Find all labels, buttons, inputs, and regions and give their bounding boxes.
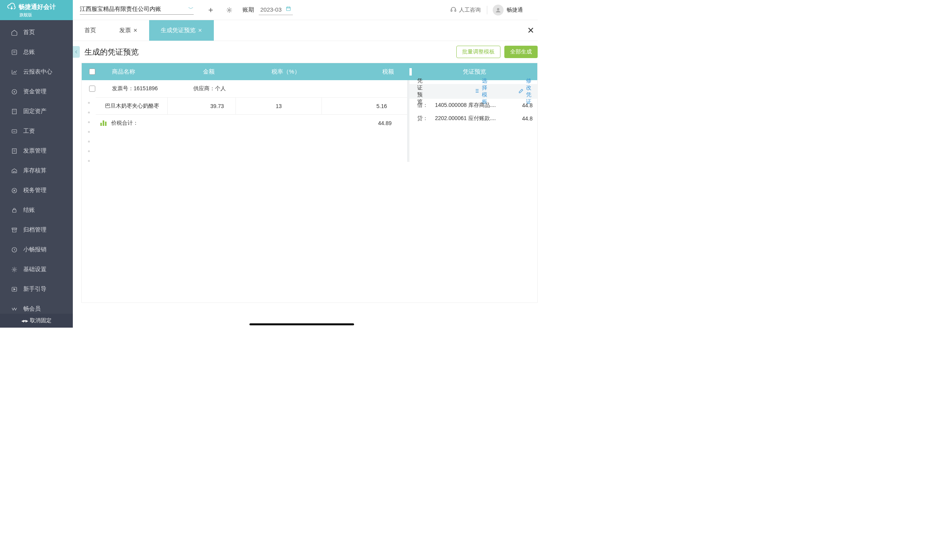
sidebar-item-inventory[interactable]: 库存核算: [0, 161, 73, 180]
invoice-no-label: 发票号：16151896: [103, 85, 158, 92]
svg-rect-2: [12, 109, 17, 114]
brand: 畅捷通好会计 旗舰版: [0, 0, 73, 20]
salary-icon: [11, 128, 18, 135]
unpin-icon: ◂▪▸: [21, 318, 29, 324]
tab-label: 发票: [119, 27, 131, 34]
edit-voucher-button[interactable]: 修改凭证: [518, 77, 532, 105]
sidebar-item-label: 基础设置: [23, 266, 46, 273]
column-header-preview: 凭证预览: [409, 68, 537, 76]
generate-all-button[interactable]: 全部生成: [504, 46, 538, 58]
sidebar-item-reports[interactable]: 云报表中心: [0, 62, 73, 82]
ledger-icon: [11, 49, 18, 56]
tab-home[interactable]: 首页: [73, 20, 108, 41]
page-title: 生成的凭证预览: [83, 47, 139, 57]
sidebar-item-invoice[interactable]: 发票管理: [0, 141, 73, 161]
support-button[interactable]: 人工咨询: [444, 5, 487, 15]
collapse-handle[interactable]: [73, 46, 80, 58]
sidebar-item-settings[interactable]: 基础设置: [0, 259, 73, 279]
cell-amount: 39.73: [168, 98, 236, 114]
sidebar-item-ledger[interactable]: 总账: [0, 42, 73, 62]
tab-voucher-preview[interactable]: 生成凭证预览✕: [149, 20, 214, 41]
column-header-tax: 税额: [329, 68, 409, 76]
entry-amount: 44.8: [509, 115, 533, 122]
sidebar-item-tax[interactable]: 税务管理: [0, 180, 73, 200]
svg-point-15: [497, 8, 499, 10]
invoice-icon: [11, 148, 18, 155]
svg-point-9: [14, 268, 15, 270]
sidebar-item-assets[interactable]: 固定资产: [0, 101, 73, 121]
entry-side: 借：: [417, 102, 435, 109]
period-selector[interactable]: 2023-03: [259, 5, 293, 15]
sidebar-item-label: 小畅报销: [23, 246, 46, 253]
row-checkbox[interactable]: [89, 86, 95, 92]
sidebar-item-label: 发票管理: [23, 147, 46, 155]
sidebar-item-expense[interactable]: 小畅报销: [0, 240, 73, 259]
play-icon: [11, 286, 18, 293]
close-icon[interactable]: ✕: [198, 27, 202, 33]
svg-rect-13: [451, 10, 452, 11]
svg-rect-12: [287, 7, 291, 10]
sidebar-item-archive[interactable]: 归档管理: [0, 220, 73, 240]
close-all-button[interactable]: ✕: [524, 24, 537, 37]
sidebar-item-label: 畅会员: [23, 305, 41, 313]
grid: 商品名称 金额 税率（%） 税额 凭证预览 发票号：16151896 供应商：个…: [81, 63, 538, 303]
topbar: 江西服宝精品有限责任公司内账 ﹀ 账期 2023-03 人工咨: [73, 0, 538, 20]
select-template-button[interactable]: 选择模板: [474, 77, 487, 105]
vip-icon: [11, 306, 18, 313]
svg-rect-4: [12, 149, 17, 153]
tab-invoice[interactable]: 发票✕: [108, 20, 149, 41]
sidebar-item-label: 归档管理: [23, 226, 46, 234]
period-value: 2023-03: [260, 6, 282, 13]
entry-side: 贷：: [417, 115, 435, 122]
cell-name: 巴旦木奶枣夹心奶酪枣: [96, 98, 168, 114]
settings-button[interactable]: [224, 5, 235, 15]
user-name: 畅捷通: [507, 7, 531, 14]
list-icon: [474, 88, 480, 95]
chart-icon: [11, 69, 18, 76]
company-selector[interactable]: 江西服宝精品有限责任公司内账 ﹀: [80, 5, 194, 15]
cell-tax: 5.16: [322, 98, 402, 114]
add-button[interactable]: [205, 5, 216, 15]
column-header-rate: 税率（%）: [243, 68, 329, 76]
svg-rect-6: [13, 210, 16, 212]
building-icon: [11, 108, 18, 115]
calendar-icon: [285, 6, 291, 13]
tabbar: 首页 发票✕ 生成凭证预览✕ ✕: [73, 20, 538, 41]
tab-label: 生成凭证预览: [161, 27, 196, 34]
supplier-name: 个人: [215, 85, 226, 91]
sidebar-item-label: 固定资产: [23, 108, 46, 115]
invoice-no: 16151896: [134, 85, 158, 91]
preview-title: 凭证预览: [417, 77, 427, 105]
sidebar-item-closing[interactable]: 结账: [0, 200, 73, 220]
home-icon: [11, 29, 18, 36]
total-label: 价税合计：: [111, 120, 158, 127]
sidebar-item-guide[interactable]: 新手引导: [0, 279, 73, 299]
sidebar: 畅捷通好会计 旗舰版 首页 总账 云报表中心 资金管理 固定资产 工资 发票管理…: [0, 0, 73, 328]
period-label: 账期: [242, 6, 254, 14]
tax-icon: [11, 187, 18, 194]
tab-label: 首页: [84, 27, 96, 34]
column-header-amount: 金额: [175, 68, 243, 76]
avatar[interactable]: [493, 5, 504, 15]
batch-adjust-button[interactable]: 批量调整模板: [456, 46, 500, 58]
column-header-name: 商品名称: [103, 68, 175, 76]
headset-icon: [450, 6, 457, 14]
sidebar-item-home[interactable]: 首页: [0, 22, 73, 42]
wallet-icon: [11, 88, 18, 95]
sidebar-item-label: 总账: [23, 48, 35, 56]
support-label: 人工咨询: [459, 7, 481, 14]
sidebar-unpin[interactable]: ◂▪▸ 取消固定: [0, 314, 73, 328]
sidebar-item-label: 税务管理: [23, 187, 46, 194]
sidebar-item-member[interactable]: 畅会员: [0, 299, 73, 314]
entry-row: 贷： 2202.000061 应付账款.... 44.8: [409, 112, 537, 125]
sidebar-item-salary[interactable]: 工资: [0, 121, 73, 141]
sidebar-item-label: 新手引导: [23, 285, 46, 293]
select-all-checkbox[interactable]: [89, 69, 95, 75]
sidebar-item-label: 首页: [23, 29, 35, 36]
sidebar-footer-label: 取消固定: [30, 317, 52, 324]
close-icon[interactable]: ✕: [133, 27, 138, 33]
sidebar-item-funds[interactable]: 资金管理: [0, 82, 73, 101]
sidebar-item-label: 云报表中心: [23, 68, 52, 76]
warehouse-icon: [11, 167, 18, 174]
page-header: 生成的凭证预览 批量调整模板 全部生成: [73, 41, 538, 63]
